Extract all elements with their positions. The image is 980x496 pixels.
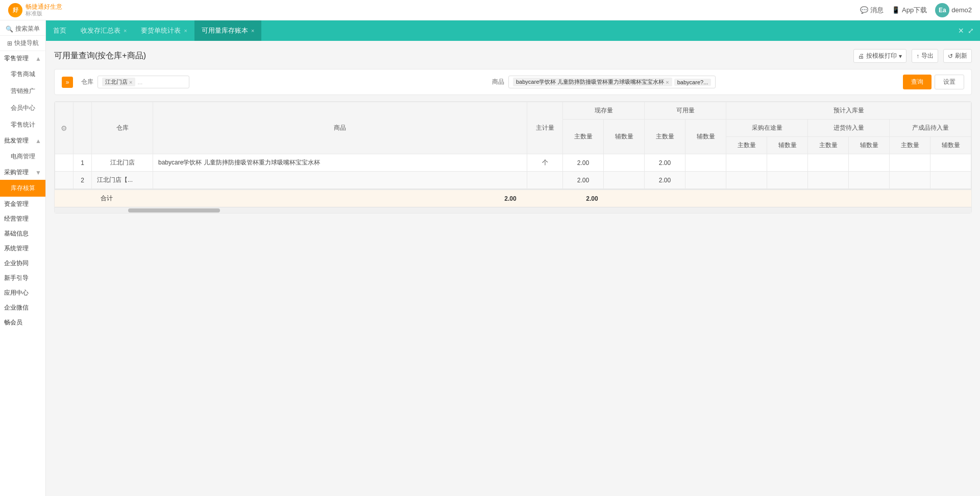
warehouse-input[interactable]: 江北门店 × ... [97,76,189,88]
page-actions: 🖨 按模板打印 ▾ ↑ 导出 ↺ 刷新 [853,49,972,63]
message-icon: 💬 [860,6,868,14]
query-button[interactable]: 查询 [903,75,932,89]
row2-production-aux [930,172,971,189]
quick-nav[interactable]: ⊞ 快捷导航 [0,36,45,51]
sidebar-section-vip[interactable]: 畅会员 [0,315,45,330]
print-arrow-icon: ▾ [899,53,902,60]
page-title: 可用量查询(按仓库+商品) [54,51,146,61]
th-available-aux: 辅数量 [685,120,726,154]
product-input[interactable]: babycare学饮杯 儿童防摔防撞吸管杯重力球吸嘴杯宝宝水杯 × babyca… [508,76,716,88]
message-action[interactable]: 💬 消息 [860,6,884,15]
app-download-action[interactable]: 📱 App下载 [892,6,927,15]
sidebar-section-wechat[interactable]: 企业微信 [0,300,45,315]
export-btn[interactable]: ↑ 导出 [912,49,938,63]
th-production-aux: 辅数量 [930,137,971,154]
filter-group-product: 商品 babycare学饮杯 儿童防摔防撞吸管杯重力球吸嘴杯宝宝水杯 × bab… [492,76,895,88]
tab-close-available-stock[interactable]: × [251,28,254,34]
row2-purchase-aux [767,172,808,189]
row2-purchase-main [726,172,767,189]
tab-receivable[interactable]: 收发存汇总表 × [74,20,134,41]
scrollbar-area[interactable] [55,207,971,213]
sidebar-section-inventory[interactable]: 库存核算 [0,180,45,197]
row1-inbound-main [808,154,849,172]
topbar: 好 畅捷通好生意 标准版 💬 消息 📱 App下载 Ea demo2 [0,0,980,20]
phone-icon: 📱 [892,6,900,14]
sidebar-section-wholesale[interactable]: 批发管理 ▲ [0,133,45,148]
filter-toggle-btn[interactable]: » [62,77,73,88]
row2-inbound-main [808,172,849,189]
chevron-icon: ▲ [35,55,41,62]
warehouse-more-icon: ... [137,79,142,86]
scrollbar-thumb[interactable] [128,208,220,212]
sidebar-section-purchase[interactable]: 采购管理 ▼ [0,165,45,180]
tab-close-order-stats[interactable]: × [184,28,187,34]
refresh-icon: ↺ [948,53,953,60]
sidebar-item-marketing[interactable]: 营销推广 [0,83,45,100]
tab-close-receivable[interactable]: × [124,28,127,34]
row1-current-aux [604,154,645,172]
row2-production-main [890,172,930,189]
sidebar-section-system[interactable]: 系统管理 [0,241,45,256]
logo-text: 畅捷通好生意 标准版 [26,3,62,17]
search-icon: 🔍 [6,26,13,33]
printer-icon: 🖨 [858,53,864,60]
table-container: ⚙ 仓库 商品 主计量 现存量 可用量 预计入库量 主数量 辅数量 主数量 辅数… [54,101,972,214]
sidebar-section-enterprise[interactable]: 企业协同 [0,256,45,271]
row1-settings [55,154,74,172]
row2-seq: 2 [74,172,92,189]
user-action[interactable]: Ea demo2 [935,3,972,17]
th-expected-group: 预计入库量 [726,102,971,120]
expand-icon[interactable]: ⤢ [968,27,974,35]
row1-purchase-main [726,154,767,172]
sidebar-item-members[interactable]: 会员中心 [0,100,45,116]
th-current-stock-group: 现存量 [563,102,645,120]
row1-production-main [890,154,930,172]
row1-production-aux [930,154,971,172]
row1-unit: 个 [527,154,563,172]
search-menu[interactable]: 🔍 搜索菜单 [0,20,45,36]
sidebar-section-operations[interactable]: 经营管理 [0,211,45,226]
warehouse-tag: 江北门店 × [102,78,135,86]
sidebar-section-newbie[interactable]: 新手引导 [0,271,45,286]
th-available-group: 可用量 [645,102,726,120]
row1-warehouse: 江北门店 [92,154,153,172]
remove-warehouse-tag[interactable]: × [129,79,132,85]
avatar: Ea [935,3,949,17]
sidebar-section-finance[interactable]: 资金管理 [0,197,45,211]
settings-button[interactable]: 设置 [935,75,964,89]
th-purchase-subgroup: 采购在途量 [726,120,808,137]
sidebar-section-appcenter[interactable]: 应用中心 [0,286,45,300]
column-settings-icon[interactable]: ⚙ [61,124,67,132]
sidebar-item-retail-store[interactable]: 零售商城 [0,66,45,83]
tab-available-stock[interactable]: 可用量库存账本 × [194,20,261,41]
th-current-aux: 辅数量 [604,120,645,154]
footer-current-main: 2.00 [490,195,531,202]
footer-label: 合计 [96,194,454,203]
row1-available-aux [685,154,726,172]
tab-order-stats[interactable]: 要货单统计表 × [134,20,194,41]
row1-current-main: 2.00 [563,154,604,172]
sidebar-item-retail-stats[interactable]: 零售统计 [0,116,45,133]
tab-home[interactable]: 首页 [46,20,74,41]
remove-product-tag1[interactable]: × [666,79,669,85]
nav-tabs: 首页 收发存汇总表 × 要货单统计表 × 可用量库存账本 × × ⤢ [46,20,980,41]
close-all-icon[interactable]: × [958,26,964,36]
row1-inbound-aux [849,154,890,172]
sidebar-section-retail[interactable]: 零售管理 ▲ [0,51,45,66]
sidebar-section-basic[interactable]: 基础信息 [0,226,45,241]
filter-bar: » 仓库 江北门店 × ... 商品 babycare学饮杯 儿童防摔防撞吸管杯… [54,69,972,95]
logo-area: 好 畅捷通好生意 标准版 [8,3,62,17]
th-warehouse: 仓库 [92,102,153,154]
th-current-main: 主数量 [563,120,604,154]
print-template-btn[interactable]: 🖨 按模板打印 ▾ [853,49,906,63]
row1-product: babycare学饮杯 儿童防摔防撞吸管杯重力球吸嘴杯宝宝水杯 [153,154,527,172]
refresh-btn[interactable]: ↺ 刷新 [943,49,972,63]
row2-current-aux [604,172,645,189]
logo-icon: 好 [8,3,22,17]
row1-purchase-aux [767,154,808,172]
row2-unit [527,172,563,189]
row2-product [153,172,527,189]
topbar-right: 💬 消息 📱 App下载 Ea demo2 [860,3,972,17]
page-header: 可用量查询(按仓库+商品) 🖨 按模板打印 ▾ ↑ 导出 ↺ 刷新 [54,49,972,63]
sidebar-item-ecommerce[interactable]: 电商管理 [0,148,45,165]
